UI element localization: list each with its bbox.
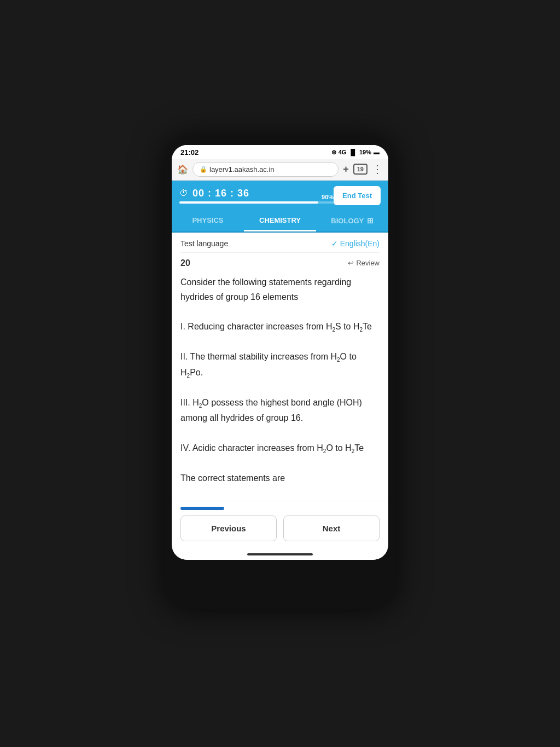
tab-biology[interactable]: BIOLOGY ⊞ — [316, 211, 388, 231]
question-meta-row: 20 ↩ Review — [180, 258, 380, 268]
timer-icon: ⏱ — [179, 188, 188, 198]
question-text: Consider the following statements regard… — [180, 275, 380, 486]
battery-icon: ▬ — [374, 149, 380, 155]
grid-icon: ⊞ — [367, 216, 374, 225]
phone-screen: 21:02 ⊛ 4G ▐▌ 19% ▬ 🏠 🔒 layerv1.aakash.a… — [172, 145, 388, 560]
answer-indicator — [180, 507, 224, 510]
status-icons: ⊛ 4G ▐▌ 19% ▬ — [331, 149, 380, 156]
bookmark-icon: ↩ — [348, 259, 354, 267]
home-icon[interactable]: 🏠 — [177, 164, 188, 175]
lock-icon: 🔒 — [200, 166, 207, 173]
url-text: layerv1.aakash.ac.in — [209, 165, 275, 173]
progress-label: 90% — [322, 194, 334, 200]
end-test-button[interactable]: End Test — [334, 186, 381, 205]
wifi-icon: ⊛ — [331, 149, 336, 156]
bottom-area: Previous Next — [172, 501, 388, 549]
progress-bar-container: 90% — [179, 201, 334, 204]
more-options-icon[interactable]: ⋮ — [372, 163, 383, 176]
test-language-row: Test language ✓ English(En) — [180, 239, 380, 253]
next-button[interactable]: Next — [283, 516, 380, 541]
timer-section: ⏱ 00 : 16 : 36 90% — [179, 188, 334, 204]
url-bar[interactable]: 🔒 layerv1.aakash.ac.in — [192, 162, 339, 177]
review-label[interactable]: ↩ Review — [348, 259, 380, 267]
phone-shell: 21:02 ⊛ 4G ▐▌ 19% ▬ 🏠 🔒 layerv1.aakash.a… — [165, 138, 395, 609]
question-number: 20 — [180, 258, 190, 268]
status-bar: 21:02 ⊛ 4G ▐▌ 19% ▬ — [172, 145, 388, 159]
signal-strength: 4G — [339, 149, 347, 155]
checkmark-icon: ✓ — [331, 239, 338, 248]
tab-physics[interactable]: PHYSICS — [172, 211, 244, 231]
previous-button[interactable]: Previous — [180, 516, 277, 541]
test-language-value[interactable]: ✓ English(En) — [331, 239, 380, 248]
nav-buttons: Previous Next — [180, 516, 380, 541]
tab-count[interactable]: 19 — [353, 164, 368, 175]
question-area: Test language ✓ English(En) 20 ↩ Review … — [172, 233, 388, 501]
subject-tabs: PHYSICS CHEMISTRY BIOLOGY ⊞ — [172, 211, 388, 233]
progress-bar-fill — [179, 201, 318, 204]
browser-bar: 🏠 🔒 layerv1.aakash.ac.in + 19 ⋮ — [172, 159, 388, 181]
tab-chemistry[interactable]: CHEMISTRY — [244, 211, 316, 231]
add-tab-icon[interactable]: + — [343, 164, 349, 175]
test-header: ⏱ 00 : 16 : 36 90% End Test — [172, 181, 388, 211]
status-time: 21:02 — [180, 148, 199, 157]
timer-row: ⏱ 00 : 16 : 36 — [179, 188, 334, 199]
signal-bars-icon: ▐▌ — [348, 149, 357, 155]
test-language-label: Test language — [180, 239, 228, 248]
home-bar — [247, 553, 313, 555]
home-indicator — [172, 549, 388, 560]
battery-level: 19% — [359, 149, 371, 155]
timer-text: 00 : 16 : 36 — [192, 188, 249, 199]
